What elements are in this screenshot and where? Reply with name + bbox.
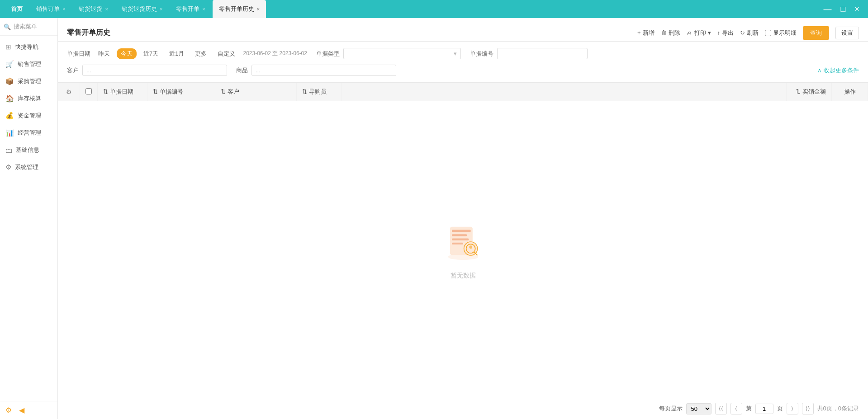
sidebar-search[interactable]: 🔍 搜索菜单 <box>0 18 57 36</box>
tab-retail-open[interactable]: 零售开单 × <box>170 0 211 18</box>
export-button[interactable]: ↑ 导出 <box>717 29 734 37</box>
top-nav: 首页 销售订单 × 销货退货 × 销货退货历史 × 零售开单 × 零售开单历史 … <box>0 0 868 18</box>
export-icon: ↑ <box>717 29 721 36</box>
window-close-btn[interactable]: — <box>821 5 834 14</box>
empty-text: 暂无数据 <box>451 272 476 280</box>
filter-docnum-input[interactable] <box>497 48 588 59</box>
sidebar-item-sys-mgmt-label: 系统管理 <box>15 163 38 171</box>
content-area: 零售开单历史 + 新增 🗑 删除 🖨 打印 ▾ ↑ 导出 <box>58 18 868 419</box>
col-ops-header: 操作 <box>832 83 868 101</box>
tab-retail-open-history[interactable]: 零售开单历史 × <box>213 0 266 18</box>
filter-goods-dots: ... <box>256 67 261 74</box>
sidebar-item-purchase-mgmt[interactable]: 📦 采购管理 <box>0 73 57 90</box>
tab-sales-return-label: 销货退货 <box>79 5 102 13</box>
tab-retail-open-close[interactable]: × <box>202 6 205 12</box>
sidebar-item-base-info-label: 基础信息 <box>16 146 39 154</box>
per-page-select[interactable]: 50 10 20 100 <box>686 403 711 414</box>
refresh-icon: ↻ <box>740 29 745 36</box>
col-date-header[interactable]: ⇅ 单据日期 <box>98 83 147 101</box>
delete-label: 删除 <box>669 29 680 37</box>
last-page-btn[interactable]: ⟩⟩ <box>802 403 814 414</box>
quick-nav-icon: ⊞ <box>5 43 11 51</box>
tab-retail-open-label: 零售开单 <box>176 5 199 13</box>
sidebar-item-sales-mgmt[interactable]: 🛒 销售管理 <box>0 56 57 73</box>
sidebar-item-sys-mgmt[interactable]: ⚙ 系统管理 <box>0 159 57 176</box>
sidebar-item-operations[interactable]: 📊 经营管理 <box>0 124 57 141</box>
print-button[interactable]: 🖨 打印 ▾ <box>687 29 711 37</box>
add-button[interactable]: + 新增 <box>637 29 655 37</box>
tab-sales-order-close[interactable]: × <box>62 6 65 12</box>
toolbar: + 新增 🗑 删除 🖨 打印 ▾ ↑ 导出 ↻ 刷新 <box>637 26 859 40</box>
date-btn-1month[interactable]: 近1月 <box>165 48 188 59</box>
col-amount-header[interactable]: ⇅ 实销金额 <box>787 83 832 101</box>
date-btn-more[interactable]: 更多 <box>191 48 211 59</box>
col-date-label: 单据日期 <box>110 88 133 95</box>
filter-date-item: 单据日期 昨天 今天 近7天 近1月 <box>67 48 307 59</box>
select-all-checkbox[interactable] <box>85 88 92 94</box>
refresh-label: 刷新 <box>747 29 759 37</box>
tab-sales-return-history[interactable]: 销货退货历史 × <box>115 0 169 18</box>
date-btn-custom[interactable]: 自定义 <box>213 48 239 59</box>
sidebar-items: ⊞ 快捷导航 🛒 销售管理 📦 采购管理 🏠 库存核算 💰 资金管理 📊 <box>0 36 57 401</box>
svg-rect-2 <box>452 230 471 232</box>
first-page-btn[interactable]: ⟨⟨ <box>715 403 727 414</box>
sort-amount-icon: ⇅ <box>796 88 801 95</box>
tab-sales-return-history-label: 销货退货历史 <box>122 5 157 13</box>
purchase-mgmt-icon: 📦 <box>5 77 14 85</box>
sidebar-item-quick-nav-label: 快捷导航 <box>15 43 38 51</box>
sidebar-collapse-icon[interactable]: ◀ <box>19 406 24 414</box>
print-icon: 🖨 <box>687 29 693 36</box>
next-page-btn[interactable]: ⟩ <box>787 403 798 414</box>
sidebar-item-finance[interactable]: 💰 资金管理 <box>0 107 57 124</box>
tab-sales-return-close[interactable]: × <box>105 6 108 12</box>
sidebar: 🔍 搜索菜单 ⊞ 快捷导航 🛒 销售管理 📦 采购管理 🏠 库存核算 � <box>0 18 58 419</box>
delete-button[interactable]: 🗑 删除 <box>661 29 680 37</box>
date-btn-yesterday[interactable]: 昨天 <box>94 48 114 59</box>
date-btn-7days[interactable]: 近7天 <box>139 48 162 59</box>
tab-retail-open-history-label: 零售开单历史 <box>219 5 254 13</box>
display-detail-checkbox[interactable] <box>765 30 771 36</box>
window-minimize-btn[interactable]: □ <box>839 5 848 14</box>
sidebar-settings-icon[interactable]: ⚙ <box>5 406 12 414</box>
filter-row-2: 客户 ... 商品 ... ∧ 收起更多条件 <box>67 65 859 76</box>
empty-state: 暂无数据 <box>58 101 868 398</box>
export-label: 导出 <box>722 29 734 37</box>
display-detail-button[interactable]: 显示明细 <box>765 29 797 37</box>
query-button[interactable]: 查询 <box>803 26 829 40</box>
settings-button[interactable]: 设置 <box>835 27 859 39</box>
tab-sales-return-history-close[interactable]: × <box>160 6 162 12</box>
base-info-icon: 🗃 <box>5 146 12 154</box>
refresh-button[interactable]: ↻ 刷新 <box>740 29 759 37</box>
tab-sales-order[interactable]: 销售订单 × <box>30 0 71 18</box>
col-checkbox-header[interactable] <box>80 83 98 101</box>
query-label: 查询 <box>810 29 822 37</box>
collapse-btn[interactable]: ∧ 收起更多条件 <box>817 66 859 75</box>
tab-home[interactable]: 首页 <box>5 0 29 18</box>
date-btn-today[interactable]: 今天 <box>117 48 137 59</box>
filter-doctype-select[interactable]: ▾ <box>343 48 461 59</box>
sidebar-item-inventory[interactable]: 🏠 库存核算 <box>0 90 57 107</box>
table-settings-icon[interactable]: ⚙ <box>63 86 74 97</box>
page-label-pre: 第 <box>746 405 752 413</box>
col-amount-label: 实销金额 <box>802 88 826 95</box>
col-extra-header <box>342 83 787 101</box>
page-input[interactable] <box>755 404 773 414</box>
tab-retail-open-history-close[interactable]: × <box>257 6 260 12</box>
col-customer-header[interactable]: ⇅ 客户 <box>215 83 297 101</box>
collapse-label: 收起更多条件 <box>824 66 859 75</box>
filter-date-btns: 昨天 今天 近7天 近1月 更多 <box>94 48 239 59</box>
sidebar-item-quick-nav[interactable]: ⊞ 快捷导航 <box>0 38 57 56</box>
col-num-header[interactable]: ⇅ 单据编号 <box>147 83 215 101</box>
filter-goods-input[interactable]: ... <box>251 65 396 76</box>
filter-date-range: 2023-06-02 至 2023-06-02 <box>243 50 307 57</box>
prev-page-btn[interactable]: ⟨ <box>730 403 742 414</box>
sidebar-item-base-info[interactable]: 🗃 基础信息 <box>0 141 57 159</box>
filter-doctype-chevron: ▾ <box>454 50 457 57</box>
col-guide-header[interactable]: ⇅ 导购员 <box>297 83 342 101</box>
window-maximize-btn[interactable]: × <box>852 5 862 14</box>
tab-sales-return[interactable]: 销货退货 × <box>72 0 114 18</box>
sidebar-search-inner[interactable]: 🔍 搜索菜单 <box>4 23 54 31</box>
filter-customer-input[interactable]: ... <box>82 65 227 76</box>
sidebar-item-operations-label: 经营管理 <box>18 129 41 137</box>
sidebar-item-inventory-label: 库存核算 <box>18 94 41 103</box>
